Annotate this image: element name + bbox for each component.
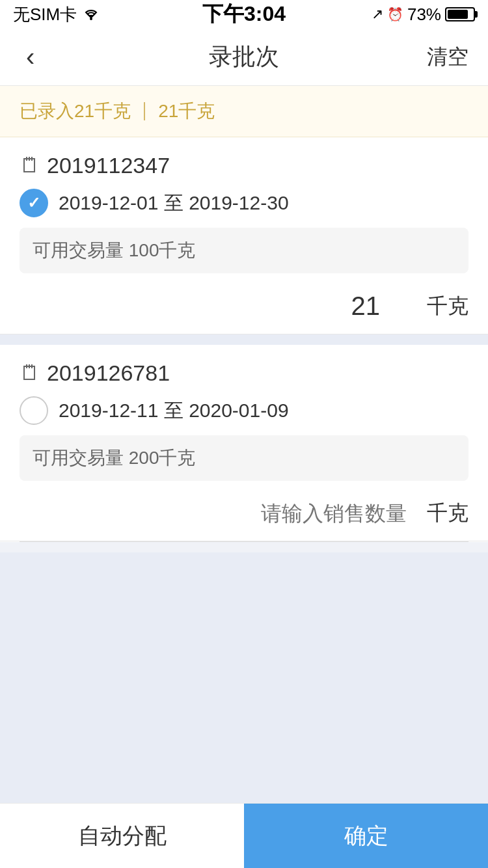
carrier-label: 无SIM卡: [13, 3, 77, 26]
bottom-space: [0, 552, 488, 813]
nav-bar: ‹ 录批次 清空: [0, 29, 488, 86]
confirm-label: 确定: [344, 821, 388, 851]
status-bar: 无SIM卡 下午3:04 ↗ ⏰ 73%: [0, 0, 488, 29]
batch-2-icon: 🗒: [20, 361, 40, 385]
summary-divider: [144, 102, 145, 120]
batch-card-2: 🗒 2019126781 2019-12-11 至 2020-01-09 可用交…: [0, 345, 488, 542]
status-right: ↗ ⏰ 73%: [372, 5, 475, 25]
clear-button[interactable]: 清空: [427, 43, 468, 72]
batch-1-qty: 可用交易量 100千克: [20, 228, 468, 273]
batch-1-icon: 🗒: [20, 154, 40, 178]
summary-total-label: 21千克: [158, 99, 215, 124]
auto-distribute-button[interactable]: 自动分配: [0, 804, 244, 868]
batch-2-id: 2019126781: [47, 360, 170, 386]
summary-recorded-label: 已录入21千克: [20, 99, 131, 124]
battery-icon: [445, 7, 475, 21]
batch-1-input-row: 21 千克: [0, 286, 488, 334]
batch-1-date-row: ✓ 2019-12-01 至 2019-12-30: [0, 183, 488, 228]
batch-1-date: 2019-12-01 至 2019-12-30: [59, 190, 289, 217]
batch-2-radio[interactable]: [20, 396, 48, 425]
batch-1-header: 🗒 2019112347: [0, 137, 488, 183]
page-title: 录批次: [209, 41, 279, 73]
batch-2-unit: 千克: [427, 499, 468, 528]
batch-1-unit: 千克: [427, 292, 468, 321]
confirm-button[interactable]: 确定: [244, 804, 488, 868]
batch-2-date: 2019-12-11 至 2020-01-09: [59, 398, 289, 424]
bottom-bar: 自动分配 确定: [0, 803, 488, 868]
batch-1-radio[interactable]: ✓: [20, 189, 48, 217]
batch-1-check-icon: ✓: [27, 194, 40, 212]
status-time: 下午3:04: [202, 0, 286, 29]
card-separator-1: [0, 334, 488, 345]
batch-2-qty-text: 可用交易量 200千克: [33, 448, 196, 468]
batch-1-qty-text: 可用交易量 100千克: [33, 240, 196, 260]
svg-point-0: [90, 18, 92, 20]
summary-banner: 已录入21千克 21千克: [0, 86, 488, 137]
input-underline: [20, 541, 468, 542]
batch-2-input-row[interactable]: 千克: [0, 494, 488, 541]
batch-1-value: 21: [351, 292, 381, 321]
battery-percent: 73%: [407, 5, 441, 25]
batch-2-header: 🗒 2019126781: [0, 345, 488, 391]
batch-2-input[interactable]: [20, 502, 416, 526]
location-icon: ↗: [372, 6, 383, 23]
batch-2-date-row: 2019-12-11 至 2020-01-09: [0, 391, 488, 435]
status-left: 无SIM卡: [13, 3, 100, 26]
auto-distribute-label: 自动分配: [78, 821, 167, 851]
batch-2-qty: 可用交易量 200千克: [20, 435, 468, 481]
wifi-signal: [82, 5, 100, 25]
batch-1-id: 2019112347: [47, 153, 170, 178]
back-button[interactable]: ‹: [20, 36, 41, 78]
alarm-icon: ⏰: [387, 7, 403, 22]
batch-card-1: 🗒 2019112347 ✓ 2019-12-01 至 2019-12-30 可…: [0, 137, 488, 334]
